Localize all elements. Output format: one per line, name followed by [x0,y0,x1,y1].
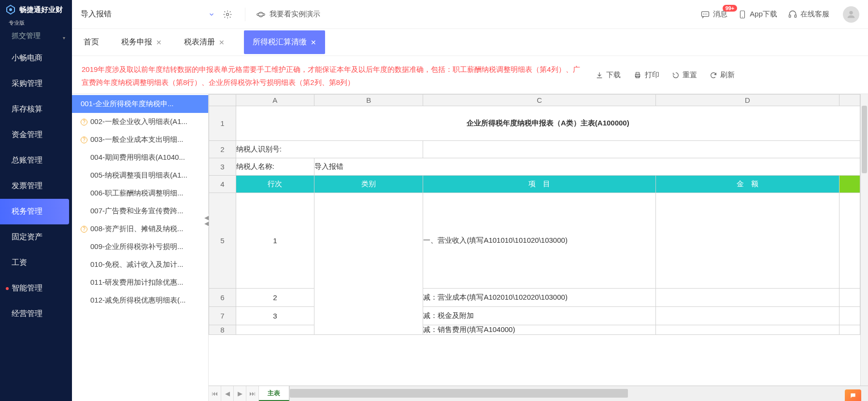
sidebar-item-ecommerce[interactable]: 小畅电商 [0,45,72,71]
sidebar-item-invoice[interactable]: 发票管理 [0,173,72,199]
cell-item[interactable]: 减：营业成本(填写A102010\102020\103000) [423,289,655,307]
form-tree: 001-企业所得税年度纳税申... ?002-一般企业收入明细表(A1... ?… [72,94,209,401]
cell-amount[interactable] [655,289,839,307]
cell-extra[interactable] [839,289,860,307]
tree-item[interactable]: ?004-期间费用明细表(A1040... [72,149,208,166]
tree-item[interactable]: ?008-资产折旧、摊销及纳税... [72,220,208,238]
chat-icon [700,10,710,19]
row-header[interactable]: 8 [209,325,236,335]
tree-item[interactable]: ?009-企业所得税弥补亏损明... [72,238,208,256]
sheet-tab-main[interactable]: 主表 [259,386,289,401]
cell-item[interactable]: 减：税金及附加 [423,307,655,325]
taxpayer-name-value[interactable]: 导入报错 [314,158,860,176]
tab-income-tax-settlement[interactable]: 所得税汇算清缴✕ [244,30,325,54]
close-icon[interactable]: ✕ [219,39,225,46]
tree-item[interactable]: ?012-减免所得税优惠明细表(... [72,291,208,309]
row-header[interactable]: 1 [209,106,236,141]
cell-line-no[interactable] [236,325,314,335]
messages-button[interactable]: 消息 99+ [700,10,727,19]
col-header[interactable]: D [655,95,839,106]
col-line-no[interactable]: 行次 [236,176,314,193]
download-button[interactable]: 下载 [596,70,621,80]
demo-link[interactable]: 我要看实例演示 [256,10,320,19]
sidebar-item-tax[interactable]: 税务管理 [0,199,69,224]
cell-amount[interactable] [655,307,839,325]
tree-item[interactable]: ?006-职工薪酬纳税调整明细... [72,184,208,202]
spreadsheet-scroll[interactable]: A B C D 1 企业所得税年度纳税申报表（A类）主表(A100000) [209,94,860,386]
sidebar-item-top-partial[interactable]: 抓交管理 [0,29,72,45]
sidebar-item-business[interactable]: 经营管理 [0,301,72,327]
sheet-title[interactable]: 企业所得税年度纳税申报表（A类）主表(A100000) [236,106,860,141]
sidebar-item-salary[interactable]: 工资 [0,250,72,276]
cell-line-no[interactable]: 1 [236,193,314,289]
cell-line-no[interactable]: 2 [236,289,314,307]
row-header[interactable]: 3 [209,158,236,176]
app-download-label: App下载 [750,10,777,19]
tree-item[interactable]: ?007-广告费和业务宣传费跨... [72,202,208,220]
support-button[interactable]: 在线客服 [788,10,829,19]
sidebar-item-assets[interactable]: 固定资产 [0,224,72,250]
reset-button[interactable]: 重置 [672,70,697,80]
sidebar-item-inventory[interactable]: 库存核算 [0,97,72,122]
col-item[interactable]: 项 目 [423,176,655,193]
sheet-nav-next[interactable]: ▶ [234,386,246,401]
cell-amount[interactable] [655,325,839,335]
user-avatar[interactable] [843,6,859,23]
col-header[interactable] [839,95,860,106]
cell-line-no[interactable]: 3 [236,307,314,325]
cell-item[interactable]: 减：销售费用(填写A104000) [423,325,655,335]
row-header[interactable]: 7 [209,307,236,325]
tree-item[interactable]: ?010-免税、减计收入及加计... [72,256,208,274]
sheet-corner[interactable] [209,95,236,106]
cell-category[interactable] [314,193,423,335]
vertical-scrollbar[interactable] [860,94,868,386]
tree-item[interactable]: ?002-一般企业收入明细表(A1... [72,113,208,131]
close-icon[interactable]: ✕ [311,39,316,46]
close-icon[interactable]: ✕ [156,39,162,46]
col-header[interactable]: C [423,95,655,106]
taxpayer-id-value[interactable] [423,141,860,158]
tab-home[interactable]: 首页 [81,32,102,52]
cell-extra[interactable] [839,193,860,289]
taxpayer-id-label[interactable]: 纳税人识别号: [236,141,423,158]
sheet-nav-last[interactable]: ⏭ [246,386,259,401]
sidebar-item-smart[interactable]: 智能管理 [0,276,72,301]
tab-tax-declare[interactable]: 税务申报✕ [118,32,165,52]
brand-icon [5,4,16,15]
cell-item[interactable]: 一、营业收入(填写A101010\101020\103000) [423,193,655,289]
col-category[interactable]: 类别 [314,176,423,193]
cell-extra[interactable] [839,307,860,325]
tab-tax-list[interactable]: 税表清册✕ [181,32,228,52]
sidebar-item-purchase[interactable]: 采购管理 [0,71,72,97]
row-header[interactable]: 2 [209,141,236,158]
svg-point-5 [703,14,704,14]
horizontal-scrollbar[interactable] [289,386,868,401]
refresh-button[interactable]: 刷新 [710,70,735,80]
tree-item[interactable]: ?003-一般企业成本支出明细... [72,131,208,149]
col-header[interactable]: A [236,95,314,106]
col-amount[interactable]: 金 额 [655,176,839,193]
float-widget[interactable] [845,389,861,401]
col-header[interactable]: B [314,95,423,106]
taxpayer-name-label[interactable]: 纳税人名称: [236,158,314,176]
col-extra[interactable] [839,176,860,193]
settings-button[interactable] [221,8,234,21]
row-header[interactable]: 6 [209,289,236,307]
tree-item[interactable]: ?005-纳税调整项目明细表(A1... [72,166,208,184]
tree-item[interactable]: ?011-研发费用加计扣除优惠... [72,274,208,291]
messages-badge: 99+ [723,5,738,12]
print-icon [633,71,642,79]
sidebar-item-funds[interactable]: 资金管理 [0,122,72,148]
row-header[interactable]: 4 [209,176,236,193]
cell-extra[interactable] [839,325,860,335]
sheet-nav-first[interactable]: ⏮ [209,386,221,401]
sidebar-item-ledger[interactable]: 总账管理 [0,148,72,173]
print-button[interactable]: 打印 [633,70,659,80]
app-download-button[interactable]: App下载 [738,10,777,19]
org-selector[interactable]: 导入报错 [81,9,215,19]
cell-amount[interactable] [655,193,839,289]
tree-item[interactable]: 001-企业所得税年度纳税申... [72,95,208,113]
sheet-nav-prev[interactable]: ◀ [221,386,234,401]
collapse-tree-handle[interactable]: ◀◀ [204,214,209,227]
row-header[interactable]: 5 [209,193,236,289]
